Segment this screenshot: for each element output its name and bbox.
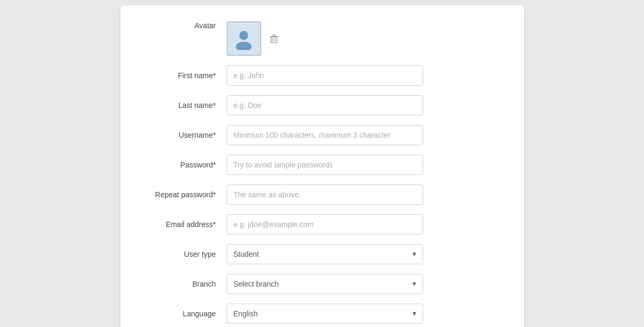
last-name-row: Last name* [142, 95, 503, 115]
password-label: Password* [142, 161, 227, 169]
svg-point-0 [239, 31, 248, 40]
user-type-row: User type Student Teacher Admin ▼ [142, 244, 503, 264]
branch-label: Branch [142, 280, 227, 288]
repeat-password-input[interactable] [227, 185, 423, 205]
username-label: Username* [142, 131, 227, 139]
avatar-person-icon [233, 28, 255, 50]
avatar-label: Avatar [142, 21, 227, 30]
last-name-label: Last name* [142, 101, 227, 110]
delete-avatar-button[interactable] [265, 32, 282, 46]
last-name-input[interactable] [227, 95, 423, 115]
first-name-input[interactable] [227, 65, 423, 86]
repeat-password-row: Repeat password* [142, 185, 503, 205]
email-label: Email address* [142, 220, 227, 229]
avatar-controls [227, 21, 282, 56]
language-select-wrapper: English Greek French German Spanish ▼ [227, 304, 423, 324]
username-input[interactable] [227, 125, 423, 145]
language-row: Language English Greek French German Spa… [142, 304, 503, 324]
branch-select-wrapper: Select branch ▼ [227, 274, 423, 294]
first-name-label: First name* [142, 71, 227, 80]
branch-row: Branch Select branch ▼ [142, 274, 503, 294]
user-type-select-wrapper: Student Teacher Admin ▼ [227, 244, 423, 264]
svg-point-1 [236, 41, 251, 50]
trash-icon [270, 34, 278, 44]
form-card: Avatar First name* [121, 5, 524, 327]
svg-rect-4 [271, 37, 277, 43]
avatar[interactable] [227, 21, 261, 56]
password-input[interactable] [227, 155, 423, 175]
email-input[interactable] [227, 214, 423, 234]
email-row: Email address* [142, 214, 503, 234]
avatar-row: Avatar [142, 21, 503, 56]
user-type-select[interactable]: Student Teacher Admin [227, 244, 423, 264]
first-name-row: First name* [142, 65, 503, 86]
language-label: Language [142, 309, 227, 318]
svg-rect-3 [272, 35, 276, 36]
user-type-label: User type [142, 250, 227, 258]
branch-select[interactable]: Select branch [227, 274, 423, 294]
username-row: Username* [142, 125, 503, 145]
language-select[interactable]: English Greek French German Spanish [227, 304, 423, 324]
repeat-password-label: Repeat password* [142, 190, 227, 199]
password-row: Password* [142, 155, 503, 175]
